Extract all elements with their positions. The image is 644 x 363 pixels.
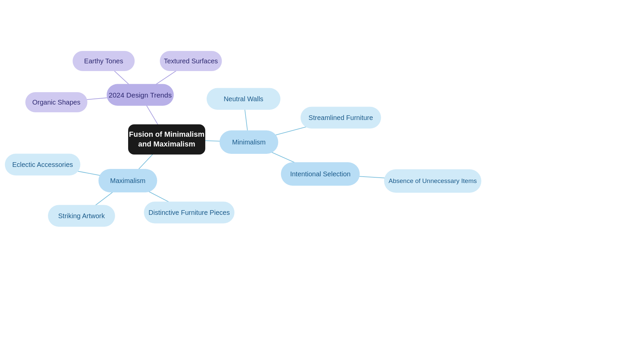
distinctive-furniture-node[interactable]: Distinctive Furniture Pieces (144, 202, 234, 224)
earthy-tones-node[interactable]: Earthy Tones (73, 51, 135, 71)
intentional-selection-node[interactable]: Intentional Selection (281, 162, 360, 186)
organic-shapes-node[interactable]: Organic Shapes (25, 92, 88, 112)
design-trends-node[interactable]: 2024 Design Trends (107, 84, 174, 106)
neutral-walls-node[interactable]: Neutral Walls (207, 88, 280, 110)
center-node[interactable]: Fusion of Minimalism and Maximalism (128, 124, 205, 155)
eclectic-accessories-node[interactable]: Eclectic Accessories (5, 154, 80, 176)
absence-node[interactable]: Absence of Unnecessary Items (384, 169, 481, 193)
streamlined-furniture-node[interactable]: Streamlined Furniture (301, 107, 381, 129)
minimalism-node[interactable]: Minimalism (220, 130, 278, 154)
maximalism-node[interactable]: Maximalism (99, 169, 157, 192)
striking-artwork-node[interactable]: Striking Artwork (48, 205, 115, 227)
textured-surfaces-node[interactable]: Textured Surfaces (160, 51, 222, 71)
